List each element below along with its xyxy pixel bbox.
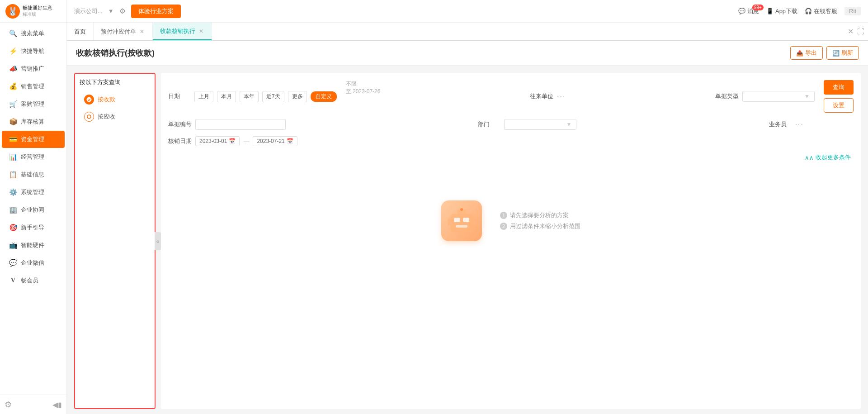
- user-badge[interactable]: Rit: [844, 7, 861, 15]
- industry-btn[interactable]: 体验行业方案: [131, 5, 181, 18]
- sidebar-item-inventory[interactable]: 📦 库存核算: [2, 113, 65, 130]
- bill-type-label: 单据类型: [715, 92, 739, 100]
- svg-point-11: [460, 208, 463, 211]
- this-year-btn[interactable]: 本年: [240, 91, 259, 102]
- search-icon: 🔍: [9, 29, 17, 38]
- dept-select[interactable]: ▼: [504, 119, 576, 130]
- sidebar-item-purchase[interactable]: 🛒 采购管理: [2, 95, 65, 113]
- sidebar-label-marketing: 营销推广: [21, 65, 44, 73]
- receivable-filter-icon: [84, 112, 94, 122]
- sidebar-item-marketing[interactable]: 📣 营销推广: [2, 60, 65, 77]
- sidebar-item-search[interactable]: 🔍 搜索菜单: [2, 25, 65, 42]
- system-icon: ⚙️: [9, 188, 17, 196]
- sidebar-label-purchase: 采购管理: [21, 100, 44, 108]
- date-to-label: 至 2023-07-26: [346, 88, 381, 95]
- prepay-tab-label: 预付冲应付单: [101, 28, 136, 36]
- logo-text-wrap: 畅捷通好生意 标准版: [23, 5, 52, 17]
- custom-tag[interactable]: 自定义: [311, 91, 337, 102]
- counterparty-dots[interactable]: ···: [557, 92, 566, 100]
- bill-type-select[interactable]: ▼: [742, 91, 815, 102]
- left-panel-title: 按以下方案查询: [80, 78, 150, 86]
- finance-icon: 💳: [9, 135, 17, 143]
- tab-home[interactable]: 首页: [67, 23, 94, 40]
- spacer1: [389, 80, 521, 113]
- collapse-more-btn[interactable]: ∧∧ 收起更多条件: [168, 151, 854, 164]
- tip-text-1: 请先选择要分析的方案: [510, 211, 569, 219]
- company-dropdown-icon[interactable]: ▼: [108, 8, 114, 14]
- sidebar-item-basic[interactable]: 📋 基础信息: [2, 166, 65, 183]
- sidebar-label-hardware: 智能硬件: [21, 241, 44, 249]
- date-filter-group: 日期 上月 本月 本年 近7天 更多 自定义: [168, 80, 337, 113]
- counterparty-label: 往来单位: [530, 92, 553, 100]
- staff-dots[interactable]: ···: [795, 120, 804, 128]
- settings-icon[interactable]: ⚙: [5, 400, 12, 409]
- more-date-btn[interactable]: 更多: [288, 91, 307, 102]
- verify-date-from[interactable]: 2023-03-01 📅: [195, 136, 240, 146]
- receipt-tab-label: 收款核销执行: [160, 27, 195, 35]
- sidebar-item-hardware[interactable]: 📺 智能硬件: [2, 237, 65, 254]
- query-btn[interactable]: 查询: [824, 80, 854, 95]
- date-label: 日期: [168, 92, 191, 100]
- app-download-label: App下载: [775, 7, 797, 15]
- tab-prepay[interactable]: 预付冲应付单 ✕: [94, 23, 153, 40]
- filter-by-receivable[interactable]: 按应收: [80, 108, 150, 125]
- message-btn[interactable]: 💬 消息 99+: [738, 7, 759, 15]
- company-name: 演示公司...: [74, 7, 103, 15]
- sidebar-item-sales[interactable]: 💰 销售管理: [2, 78, 65, 95]
- tabbar-actions: ✕ ⛶: [848, 23, 868, 40]
- empty-content: 1 请先选择要分析的方案 2 用过滤条件来缩小分析范围: [441, 200, 580, 241]
- sidebar-label-wechat: 企业微信: [21, 259, 44, 267]
- filter-by-receipt[interactable]: 按收款: [80, 91, 150, 108]
- bill-no-input[interactable]: [195, 119, 286, 130]
- svg-rect-9: [462, 232, 465, 237]
- counterparty-filter: 往来单位 ···: [530, 80, 566, 113]
- svg-point-1: [87, 115, 91, 119]
- prepay-tab-close[interactable]: ✕: [139, 29, 145, 35]
- refresh-btn[interactable]: 🔄 刷新: [826, 46, 859, 60]
- sidebar-item-guide[interactable]: 🎯 新手引导: [2, 219, 65, 236]
- collab-icon: 🏢: [9, 206, 17, 214]
- settings-gear-icon[interactable]: ⚙: [119, 7, 126, 15]
- sidebar-item-system[interactable]: ⚙️ 系统管理: [2, 184, 65, 201]
- close-tab-btn[interactable]: ✕: [848, 27, 854, 36]
- tip-num-2: 2: [500, 223, 507, 230]
- empty-tip-1: 1 请先选择要分析的方案: [500, 211, 580, 219]
- sidebar-item-collab[interactable]: 🏢 企业协同: [2, 201, 65, 219]
- filter-row-2: 单据编号 部门 ▼ 业务员 ···: [168, 119, 854, 130]
- logo-name: 畅捷通好生意: [23, 5, 52, 11]
- sidebar-item-nav[interactable]: ⚡ 快捷导航: [2, 43, 65, 60]
- sidebar-item-wechat[interactable]: 💬 企业微信: [2, 254, 65, 271]
- 7days-btn[interactable]: 近7天: [262, 91, 284, 102]
- bill-type-filter: 单据类型 ▼: [715, 80, 815, 113]
- export-btn[interactable]: 📤 导出: [790, 46, 823, 60]
- sidebar-item-member[interactable]: V 畅会员: [2, 272, 65, 289]
- receipt-tab-close[interactable]: ✕: [198, 28, 204, 34]
- this-month-btn[interactable]: 本月: [217, 91, 236, 102]
- panel-collapse-btn[interactable]: «: [155, 232, 161, 250]
- service-icon: 🎧: [805, 8, 812, 14]
- last-month-btn[interactable]: 上月: [194, 91, 213, 102]
- app-download-btn[interactable]: 📱 App下载: [766, 7, 797, 15]
- sidebar-item-finance[interactable]: 💳 资金管理: [2, 131, 65, 148]
- page-header: 收款核销执行(按收款) 📤 导出 🔄 刷新: [67, 41, 868, 66]
- online-service-btn[interactable]: 🎧 在线客服: [805, 7, 837, 15]
- logo-icon: 🐰: [5, 4, 20, 19]
- setting-btn[interactable]: 设置: [824, 98, 854, 113]
- collapse-label: 收起更多条件: [816, 153, 851, 162]
- sidebar-label-guide: 新手引导: [21, 224, 44, 232]
- spacer2: [575, 80, 706, 113]
- svg-rect-7: [473, 219, 476, 226]
- action-col-top: 查询 设置: [824, 80, 854, 113]
- sidebar-item-operation[interactable]: 📊 经营管理: [2, 148, 65, 166]
- expand-tabs-btn[interactable]: ⛶: [857, 28, 864, 36]
- tab-receipt[interactable]: 收款核销执行 ✕: [153, 23, 212, 40]
- collapse-sidebar-btn[interactable]: ◀︎▮: [52, 400, 62, 409]
- sidebar-label-member: 畅会员: [21, 276, 38, 285]
- svg-point-0: [87, 97, 91, 102]
- sales-icon: 💰: [9, 82, 17, 90]
- operation-icon: 📊: [9, 153, 17, 161]
- verify-date-to[interactable]: 2023-07-21 📅: [253, 136, 297, 146]
- empty-tips: 1 请先选择要分析的方案 2 用过滤条件来缩小分析范围: [500, 211, 580, 230]
- purchase-icon: 🛒: [9, 100, 17, 108]
- svg-rect-5: [456, 225, 467, 228]
